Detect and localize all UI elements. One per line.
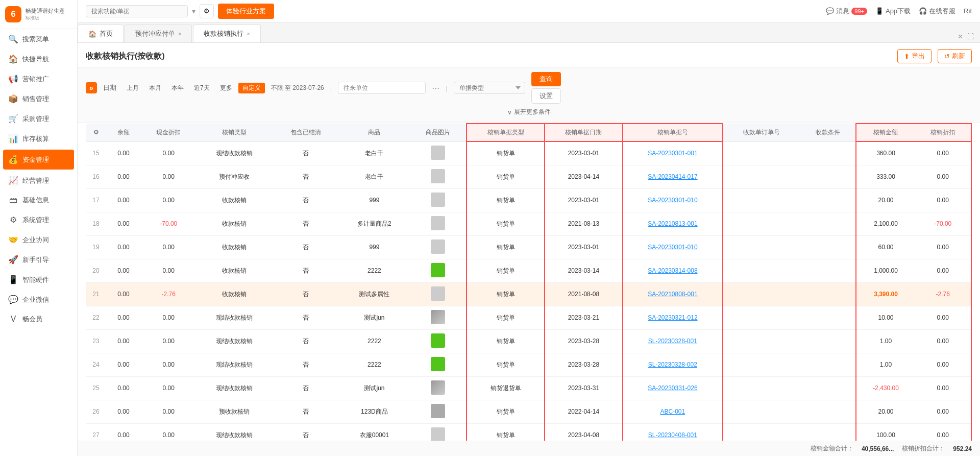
main-content: ▾ ⚙ 体验行业方案 💬 消息 99+ 📱 App下载 🎧 在线客服 Rit bbox=[78, 0, 980, 456]
sidebar-item-enterprise[interactable]: 🤝企业协同 bbox=[0, 230, 77, 250]
date-btn-7days[interactable]: 近7天 bbox=[190, 83, 214, 93]
close-prepay-tab[interactable]: × bbox=[178, 31, 181, 37]
cell-doc-no[interactable]: SA-20230301-001 bbox=[623, 141, 723, 165]
date-btn-last-month[interactable]: 上月 bbox=[122, 83, 143, 93]
sidebar-item-purchase[interactable]: 🛒采购管理 bbox=[0, 109, 77, 129]
cell-num: 23 bbox=[86, 329, 106, 353]
cell-doc-no[interactable]: SA-20230331-026 bbox=[623, 376, 723, 400]
counterpart-more-icon[interactable]: ··· bbox=[432, 83, 439, 93]
cell-doc-no[interactable]: ABC-001 bbox=[623, 400, 723, 423]
cell-product-image bbox=[410, 212, 467, 235]
expand-more-btn[interactable]: ∨ 展开更多条件 bbox=[505, 106, 553, 118]
query-btn[interactable]: 查询 bbox=[531, 72, 561, 86]
sidebar-item-label-enterprise: 企业协同 bbox=[22, 235, 49, 245]
cell-receipt-order-no bbox=[723, 165, 800, 188]
sidebar-item-wechat[interactable]: 💬企业微信 bbox=[0, 290, 77, 309]
cell-doc-no[interactable]: SA-20210813-001 bbox=[623, 212, 723, 235]
cell-doc-no[interactable]: SL-20230328-001 bbox=[623, 329, 723, 353]
dropdown-icon[interactable]: ▾ bbox=[192, 7, 195, 15]
table-row: 19 0.00 0.00 收款核销 否 999 销货单 2023-03-01 S… bbox=[86, 235, 971, 259]
sidebar-item-finance[interactable]: 💰资金管理 bbox=[3, 150, 74, 170]
table-row: 16 0.00 0.00 预付冲应收 否 老白干 销货单 2023-04-14 … bbox=[86, 165, 971, 188]
refresh-btn[interactable]: ↺ 刷新 bbox=[938, 49, 972, 63]
date-btn-this-month[interactable]: 本月 bbox=[145, 83, 165, 93]
tab-prepay[interactable]: 预付冲应付单 × bbox=[125, 25, 192, 42]
message-btn[interactable]: 💬 消息 99+ bbox=[826, 7, 867, 16]
cell-doc-date: 2023-03-21 bbox=[545, 306, 623, 329]
cell-doc-no[interactable]: SA-20230301-010 bbox=[623, 235, 723, 259]
tab-receipt-writeoff[interactable]: 收款核销执行 × bbox=[193, 25, 260, 42]
sidebar-item-basic[interactable]: 🗃基础信息 bbox=[0, 190, 77, 210]
maximize-icon[interactable]: ⛶ bbox=[967, 33, 974, 40]
topbar-gear-btn[interactable]: ⚙ bbox=[200, 4, 214, 18]
industry-plan-btn[interactable]: 体验行业方案 bbox=[218, 4, 274, 19]
cell-doc-no[interactable]: SL-20230328-002 bbox=[623, 353, 723, 376]
tabs-bar: 🏠 首页 预付冲应付单 × 收款核销执行 × ✕ ⛶ bbox=[78, 22, 980, 43]
user-avatar-btn[interactable]: Rit bbox=[964, 7, 972, 15]
document-type-select[interactable]: 单据类型 bbox=[454, 82, 525, 94]
export-btn[interactable]: ⬆ 导出 bbox=[897, 49, 932, 63]
sidebar-item-inventory[interactable]: 📊库存核算 bbox=[0, 129, 77, 149]
col-doc-no-header: 核销单据号 bbox=[623, 124, 723, 141]
cell-include-settled: 否 bbox=[273, 165, 338, 188]
sidebar-item-marketing[interactable]: 📢营销推广 bbox=[0, 69, 77, 89]
settings-btn[interactable]: 设置 bbox=[531, 88, 561, 104]
cell-num: 24 bbox=[86, 353, 106, 376]
cell-writeoff-discount: 0.00 bbox=[915, 353, 972, 376]
cell-doc-date: 2021-08-13 bbox=[545, 212, 623, 235]
cell-writeoff-discount: 0.00 bbox=[915, 235, 972, 259]
cell-writeoff-type: 现结收款核销 bbox=[197, 306, 273, 329]
sidebar-item-operation[interactable]: 📈经营管理 bbox=[0, 171, 77, 190]
sidebar-item-search[interactable]: 🔍搜索菜单 bbox=[0, 29, 77, 49]
col-settings-header[interactable]: ⚙ bbox=[86, 124, 106, 141]
sidebar-item-sales[interactable]: 📦销售管理 bbox=[0, 89, 77, 109]
cell-doc-no[interactable]: SA-20230321-012 bbox=[623, 306, 723, 329]
topbar-right: 💬 消息 99+ 📱 App下载 🎧 在线客服 Rit bbox=[826, 7, 972, 16]
cell-writeoff-type: 收款核销 bbox=[197, 282, 273, 306]
sidebar-item-member[interactable]: V畅会员 bbox=[0, 309, 77, 329]
table-footer: 核销金额合计： 40,556,66... 核销折扣合计： 952.24 bbox=[78, 441, 980, 456]
cell-writeoff-amount: -2,430.00 bbox=[856, 376, 915, 400]
cell-doc-no[interactable]: SA-20230301-010 bbox=[623, 188, 723, 212]
table-header-row: ⚙ 余额 现金折扣 核销类型 包含已结清 商品 商品图片 核销单据类型 核销单据… bbox=[86, 124, 971, 141]
cell-product: 多计量商品2 bbox=[338, 212, 410, 235]
app-download-btn[interactable]: 📱 App下载 bbox=[875, 7, 911, 16]
cell-receipt-order-no bbox=[723, 423, 800, 441]
cell-doc-no[interactable]: SA-20230314-008 bbox=[623, 259, 723, 282]
sidebar-item-label-basic: 基础信息 bbox=[22, 196, 49, 205]
date-btn-more[interactable]: 更多 bbox=[216, 83, 236, 93]
sidebar-item-system[interactable]: ⚙系统管理 bbox=[0, 210, 77, 230]
sidebar-item-hardware[interactable]: 📱智能硬件 bbox=[0, 270, 77, 290]
cell-doc-no[interactable]: SA-20210808-001 bbox=[623, 282, 723, 306]
cell-doc-no[interactable]: SL-20230408-001 bbox=[623, 423, 723, 441]
date-label: 日期 bbox=[103, 83, 116, 92]
table-row: 21 0.00 -2.76 收款核销 否 测试多属性 销货单 2021-08-0… bbox=[86, 282, 971, 306]
cell-writeoff-amount: 1.00 bbox=[856, 329, 915, 353]
cell-doc-no[interactable]: SA-20230414-017 bbox=[623, 165, 723, 188]
close-writeoff-tab[interactable]: × bbox=[247, 31, 250, 37]
cell-doc-date: 2023-03-28 bbox=[545, 353, 623, 376]
cell-writeoff-type: 现结收款核销 bbox=[197, 376, 273, 400]
sidebar-item-beginner[interactable]: 🚀新手引导 bbox=[0, 250, 77, 270]
cell-product-image bbox=[410, 235, 467, 259]
cell-writeoff-amount: 333.00 bbox=[856, 165, 915, 188]
cell-cash-discount: -2.76 bbox=[141, 282, 197, 306]
sidebar-item-quick-nav[interactable]: 🏠快捷导航 bbox=[0, 49, 77, 69]
cell-balance: 0.00 bbox=[106, 282, 141, 306]
tab-home[interactable]: 🏠 首页 bbox=[78, 25, 124, 42]
date-btn-this-year[interactable]: 本年 bbox=[167, 83, 188, 93]
date-btn-custom[interactable]: 自定义 bbox=[238, 83, 265, 93]
collapse-filter-btn[interactable]: » bbox=[86, 82, 97, 93]
cell-balance: 0.00 bbox=[106, 165, 141, 188]
page-header: 收款核销执行(按收款) ⬆ 导出 ↺ 刷新 bbox=[78, 43, 980, 68]
cell-product: 测试jun bbox=[338, 376, 410, 400]
online-service-btn[interactable]: 🎧 在线客服 bbox=[919, 7, 955, 16]
search-input[interactable] bbox=[86, 5, 188, 17]
col-receipt-order-no-header: 收款单订单号 bbox=[723, 124, 800, 141]
counterpart-input[interactable] bbox=[338, 82, 426, 94]
close-all-icon[interactable]: ✕ bbox=[958, 33, 963, 40]
cell-doc-date: 2023-03-01 bbox=[545, 188, 623, 212]
cell-balance: 0.00 bbox=[106, 353, 141, 376]
cell-writeoff-type: 收款核销 bbox=[197, 212, 273, 235]
cell-product: 2222 bbox=[338, 353, 410, 376]
